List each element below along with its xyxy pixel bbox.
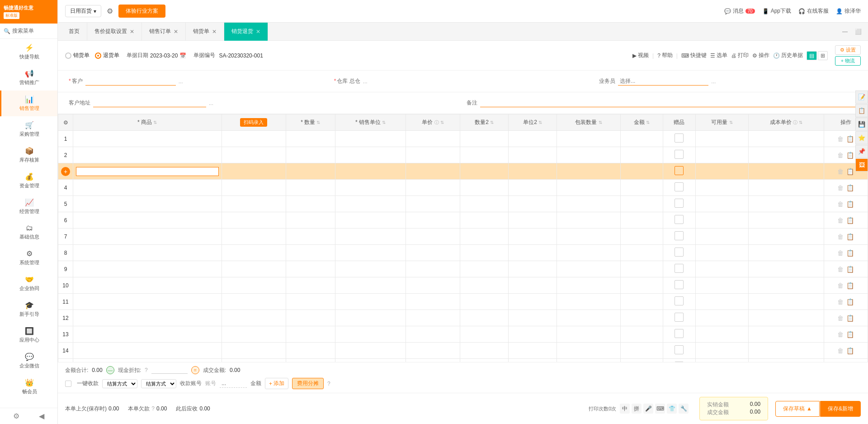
tab-sales-delivery-close[interactable]: ✕ (212, 29, 217, 35)
gift-checkbox[interactable] (675, 296, 684, 305)
history-btn[interactable]: 🕐 历史单据 (773, 52, 803, 59)
sidebar-item-shortcuts[interactable]: ⚡ 快捷导航 (0, 39, 57, 65)
row-quantity[interactable] (286, 147, 335, 163)
print-btn[interactable]: 🖨 打印 (731, 52, 749, 59)
row-gift-active[interactable] (663, 163, 695, 180)
row-unit2-active[interactable] (509, 163, 557, 180)
payment-method-select[interactable]: 结算方式 (102, 379, 137, 388)
delete-row-icon[interactable]: 🗑 (837, 331, 844, 338)
app-download-item[interactable]: 📱 App下载 (762, 7, 791, 15)
customer-dots[interactable]: ... (179, 78, 183, 85)
gift-checkbox[interactable] (675, 133, 684, 143)
address-input[interactable] (93, 99, 206, 107)
pack-sort-icon[interactable]: ⇅ (599, 120, 602, 125)
table-view-icon[interactable]: ▤ (807, 51, 817, 60)
delete-row-icon[interactable]: 🗑 (837, 200, 844, 208)
gift-checkbox-active[interactable] (675, 166, 684, 175)
sidebar-item-sales[interactable]: 📊 销售管理 (0, 91, 57, 116)
copy-row-icon[interactable]: 📋 (846, 135, 854, 143)
row-gift[interactable] (663, 131, 695, 147)
amount-sort-icon[interactable]: ⇅ (646, 120, 650, 125)
copy-row-icon[interactable]: 📋 (846, 314, 854, 322)
toolbar-icon-1[interactable]: 中 (620, 404, 630, 414)
delete-row-icon[interactable]: 🗑 (837, 233, 844, 240)
copy-row-icon[interactable]: 📋 (846, 266, 854, 273)
address-dots[interactable]: ... (209, 100, 213, 106)
row-unit-active[interactable] (335, 163, 406, 180)
gift-checkbox[interactable] (675, 345, 684, 354)
right-icon-6[interactable]: 🖼 (855, 158, 868, 172)
add-fee-btn[interactable]: + 添加 (265, 378, 288, 389)
sidebar-item-marketing[interactable]: 📢 营销推广 (0, 65, 57, 91)
salesperson-input[interactable] (618, 77, 708, 86)
settings-bottom-icon[interactable]: ⚙ (13, 412, 19, 420)
delete-row-icon[interactable]: 🗑 (837, 135, 844, 143)
row-cost-active[interactable] (749, 163, 824, 180)
row-product-input[interactable] (73, 163, 222, 180)
copy-row-icon[interactable]: 📋 (846, 249, 854, 257)
account-dots[interactable]: 账号 (205, 380, 216, 387)
row-product[interactable] (73, 147, 222, 163)
fee-split-help-icon[interactable]: ? (327, 381, 330, 387)
delete-row-icon[interactable]: 🗑 (837, 298, 844, 305)
sidebar-item-basic[interactable]: 🗂 基础信息 (0, 219, 57, 245)
toolbar-icon-2[interactable]: 拼 (632, 404, 642, 414)
row-available[interactable] (695, 147, 748, 163)
row-pack-qty[interactable] (557, 131, 621, 147)
copy-row-icon[interactable]: 📋 (846, 282, 854, 289)
row-qty2[interactable] (460, 131, 509, 147)
row-qty-active[interactable] (286, 163, 335, 180)
experience-btn[interactable]: 体验行业方案 (118, 5, 165, 18)
tab-sales-return[interactable]: 销货退货 ✕ (224, 23, 268, 41)
discount-help-icon[interactable]: ? (145, 367, 148, 373)
right-icon-1[interactable]: 📝 (855, 91, 868, 104)
row-qty2-active[interactable] (460, 163, 509, 180)
online-service-item[interactable]: 🎧 在线客服 (798, 7, 829, 15)
row-unit-price[interactable] (406, 131, 460, 147)
right-icon-5[interactable]: 📌 (855, 145, 868, 158)
row-quantity[interactable] (286, 131, 335, 147)
topbar-settings-icon[interactable]: ⚙ (107, 7, 113, 15)
tab-sales-return-close[interactable]: ✕ (256, 29, 260, 35)
delete-row-icon[interactable]: 🗑 (837, 152, 844, 159)
delete-row-icon[interactable]: 🗑 (837, 217, 844, 224)
sidebar-item-inventory[interactable]: 📦 库存核算 (0, 142, 57, 168)
gift-checkbox[interactable] (675, 248, 684, 257)
operate-btn[interactable]: ⚙ 操作 (752, 52, 769, 59)
delete-row-icon[interactable]: 🗑 (837, 249, 844, 257)
tab-sales-order[interactable]: 销售订单 ✕ (142, 23, 186, 41)
gift-checkbox[interactable] (675, 150, 684, 159)
row-cost-price[interactable] (749, 147, 824, 163)
delete-row-icon[interactable]: 🗑 (837, 314, 844, 322)
salesperson-dots[interactable]: ... (711, 78, 716, 85)
qty-sort-icon[interactable]: ⇅ (316, 120, 320, 125)
row-cost-price[interactable] (749, 131, 824, 147)
gift-checkbox[interactable] (675, 313, 684, 322)
gift-checkbox[interactable] (675, 329, 684, 338)
calendar-icon[interactable]: 📅 (179, 52, 186, 59)
user-item[interactable]: 👤 徐泽华 (836, 7, 861, 15)
sidebar-item-operations[interactable]: 📈 经营管理 (0, 194, 57, 219)
right-icon-2[interactable]: 📋 (855, 104, 868, 117)
copy-row-icon[interactable]: 📋 (846, 331, 854, 338)
copy-row-icon[interactable]: 📋 (846, 347, 854, 354)
sidebar-item-wechat[interactable]: 💬 企业微信 (0, 348, 57, 374)
collapse-icon[interactable]: ◀ (39, 412, 44, 420)
row-avail-active[interactable] (695, 163, 748, 180)
gift-checkbox[interactable] (675, 231, 684, 240)
video-btn[interactable]: ▶ 视频 (632, 52, 649, 59)
copy-row-icon[interactable]: 📋 (846, 184, 854, 191)
help-btn[interactable]: ? 帮助 (657, 52, 673, 59)
row-unit2[interactable] (509, 147, 557, 163)
logistics-btn[interactable]: + 物流 (835, 56, 861, 66)
gift-checkbox[interactable] (675, 199, 684, 208)
price-sort-icon[interactable]: ⇅ (440, 120, 444, 125)
toolbar-icon-4[interactable]: ⌨ (655, 404, 665, 414)
gift-checkbox[interactable] (675, 280, 684, 289)
sidebar-item-system[interactable]: ⚙ 系统管理 (0, 245, 57, 271)
unit-sort-icon[interactable]: ⇅ (382, 120, 386, 125)
sidebar-item-enterprise[interactable]: 🤝 企业协同 (0, 271, 57, 296)
copy-row-icon[interactable]: 📋 (846, 298, 854, 305)
calc-method-select[interactable]: 结算方式 (141, 379, 176, 388)
gift-checkbox[interactable] (675, 215, 684, 224)
